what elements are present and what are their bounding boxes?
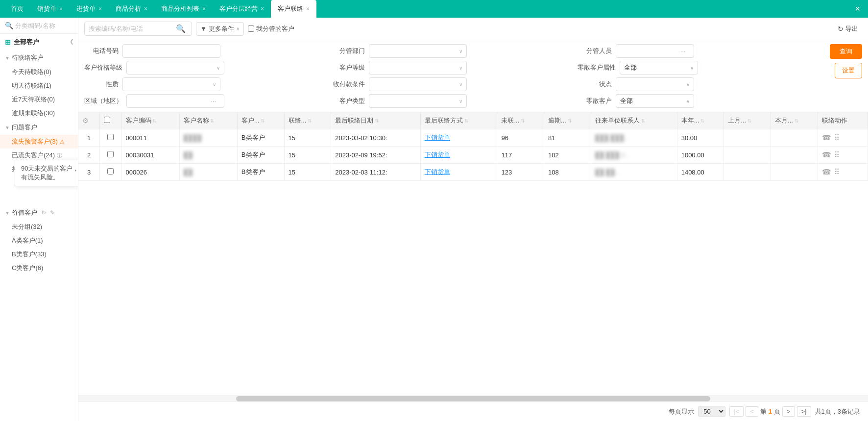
value-edit-icon[interactable]: ✎ xyxy=(50,209,55,216)
action-contact-icon[interactable]: ☎ xyxy=(822,150,831,159)
filter-select-price-level[interactable]: ∨ xyxy=(126,61,224,74)
per-page-select[interactable]: 50 100 200 xyxy=(698,406,725,417)
th-name[interactable]: 客户名称 xyxy=(179,112,237,129)
query-button[interactable]: 查询 xyxy=(830,44,862,59)
tab-sales-order[interactable]: 销货单 × xyxy=(30,0,70,18)
sidebar-search-input[interactable] xyxy=(15,22,73,29)
action-more-icon[interactable]: ⠿ xyxy=(834,150,840,159)
filter-select-retail-attr[interactable]: 全部 ∨ xyxy=(620,61,698,74)
search-go-button[interactable]: 🔍 xyxy=(174,24,188,33)
th-contact[interactable]: 联络... xyxy=(284,112,331,129)
action-more-icon[interactable]: ⠿ xyxy=(834,133,840,142)
tab-customer-segment[interactable]: 客户分层经营 × xyxy=(213,0,271,18)
filter-select-cust-level[interactable]: ∨ xyxy=(369,61,467,74)
filter-select-status[interactable]: ∨ xyxy=(616,77,694,91)
tab-sales-order-close[interactable]: × xyxy=(59,5,63,12)
filter-select-cust-type[interactable]: ∨ xyxy=(369,94,467,108)
th-type[interactable]: 客户... xyxy=(237,112,284,129)
action-contact-icon[interactable]: ☎ xyxy=(822,168,831,176)
search-input[interactable] xyxy=(89,25,174,32)
page-next-btn[interactable]: > xyxy=(782,406,795,417)
page-prev-btn[interactable]: < xyxy=(746,406,758,417)
sidebar-item-7days-contact[interactable]: 近7天待联络(0) xyxy=(0,93,78,106)
cell-checkbox[interactable] xyxy=(100,147,121,164)
settings-button[interactable]: 设置 xyxy=(835,63,862,78)
sidebar-group-value-header[interactable]: ▼ 价值客户 ↻ ✎ xyxy=(0,205,78,220)
last-contact-link[interactable]: 下销货单 xyxy=(425,151,450,158)
row-checkbox[interactable] xyxy=(107,151,114,157)
tab-product-analysis[interactable]: 商品分析 × xyxy=(109,0,154,18)
cell-last-month xyxy=(724,129,771,147)
filter-select-region[interactable]: ··· xyxy=(126,94,224,108)
last-contact-link[interactable]: 下销货单 xyxy=(425,168,450,175)
sidebar-collapse-btn[interactable]: 《 xyxy=(67,38,73,47)
region-dots-icon[interactable]: ··· xyxy=(207,98,220,105)
bottom-scrollbar[interactable] xyxy=(78,396,868,401)
sidebar-item-loss-warning[interactable]: 流失预警客户(3) ⚠ xyxy=(0,135,78,149)
th-settings[interactable]: ⚙ xyxy=(78,112,100,129)
cell-contact-person: ██ ███ 3... xyxy=(591,147,677,164)
filter-select-nature[interactable]: ∨ xyxy=(122,77,220,91)
tab-product-analysis-list-close[interactable]: × xyxy=(202,5,206,12)
more-filter-button[interactable]: ▼ 更多条件 ∧ xyxy=(196,22,244,36)
sidebar-item-today-contact[interactable]: 今天待联络(0) xyxy=(0,65,78,79)
th-code[interactable]: 客户编码 xyxy=(121,112,179,129)
tab-customer-contact[interactable]: 客户联络 × xyxy=(271,0,316,18)
th-last-contact-type[interactable]: 最后联络方式 xyxy=(420,112,497,129)
last-contact-link[interactable]: 下销货单 xyxy=(425,134,450,141)
sidebar-item-class-a[interactable]: A类客户(1) xyxy=(0,234,78,248)
page-label: 第 xyxy=(760,407,767,416)
sidebar-item-overdue-contact[interactable]: 逾期未联络(30) xyxy=(0,106,78,120)
sidebar-item-class-c[interactable]: C类客户(6) xyxy=(0,261,78,275)
filter-select-manager[interactable]: ··· xyxy=(616,44,694,58)
row-checkbox[interactable] xyxy=(107,134,114,140)
filter-select-dept[interactable]: ∨ xyxy=(369,44,467,58)
filter-field-region: 区域（地区） ··· xyxy=(84,94,331,108)
sidebar-item-ungrouped[interactable]: 未分组(32) xyxy=(0,220,78,234)
tab-purchase-order[interactable]: 进货单 × xyxy=(70,0,109,18)
bottom-scrollbar-thumb xyxy=(236,396,710,401)
cell-action: ☎ ⠿ xyxy=(818,164,868,181)
th-not-contacted[interactable]: 未联... xyxy=(497,112,544,129)
filter-select-retail-cust[interactable]: 全部 ∨ xyxy=(616,94,694,108)
page-first-btn[interactable]: |< xyxy=(729,406,744,417)
sidebar-group-pending-header[interactable]: ▼ 待联络客户 xyxy=(0,50,78,65)
cell-code: 00030031 xyxy=(121,147,179,164)
sidebar-all-customers[interactable]: ⊞ 全部客户 《 xyxy=(0,34,78,50)
th-overdue[interactable]: 逾期... xyxy=(544,112,591,129)
tab-product-analysis-close[interactable]: × xyxy=(144,5,147,12)
cell-checkbox[interactable] xyxy=(100,164,121,181)
tab-home[interactable]: 首页 xyxy=(4,0,30,18)
sidebar-item-tomorrow-contact[interactable]: 明天待联络(1) xyxy=(0,79,78,93)
settings-icon[interactable]: ⚙ xyxy=(82,117,89,124)
sidebar-group-problem-header[interactable]: ▼ 问题客户 xyxy=(0,120,78,135)
my-customers-checkbox[interactable] xyxy=(248,25,254,32)
th-last-month[interactable]: 上月... xyxy=(724,112,771,129)
action-contact-icon[interactable]: ☎ xyxy=(822,133,831,142)
status-arrow-icon: ∨ xyxy=(686,82,690,87)
th-current-year[interactable]: 本年... xyxy=(677,112,724,129)
tab-customer-segment-close[interactable]: × xyxy=(261,5,264,12)
manager-dots-icon[interactable]: ··· xyxy=(676,48,690,55)
th-current-month[interactable]: 本月... xyxy=(771,112,818,129)
filter-input-phone[interactable] xyxy=(122,44,220,58)
window-close-btn[interactable]: × xyxy=(851,4,864,14)
cell-checkbox[interactable] xyxy=(100,129,121,147)
value-refresh-icon[interactable]: ↻ xyxy=(41,209,46,216)
page-last-btn[interactable]: >| xyxy=(797,406,811,417)
tab-purchase-order-close[interactable]: × xyxy=(98,5,102,12)
filter-label-dept: 分管部门 xyxy=(331,47,365,55)
th-last-contact-date[interactable]: 最后联络日期 xyxy=(331,112,421,129)
action-more-icon[interactable]: ⠿ xyxy=(834,168,840,176)
th-contact-person[interactable]: 往来单位联系人 xyxy=(591,112,677,129)
filter-select-payment[interactable]: ∨ xyxy=(369,77,467,91)
th-checkbox[interactable] xyxy=(100,112,121,129)
select-all-checkbox[interactable] xyxy=(104,117,110,123)
row-checkbox[interactable] xyxy=(107,168,114,174)
tab-customer-contact-close[interactable]: × xyxy=(306,5,310,12)
my-customers-checkbox-label[interactable]: 我分管的客户 xyxy=(248,25,294,33)
tab-product-analysis-list[interactable]: 商品分析列表 × xyxy=(154,0,213,18)
cust-level-arrow-icon: ∨ xyxy=(459,65,462,71)
export-button[interactable]: ↻ 导出 xyxy=(834,23,862,35)
sidebar-item-class-b[interactable]: B类客户(33) xyxy=(0,248,78,261)
